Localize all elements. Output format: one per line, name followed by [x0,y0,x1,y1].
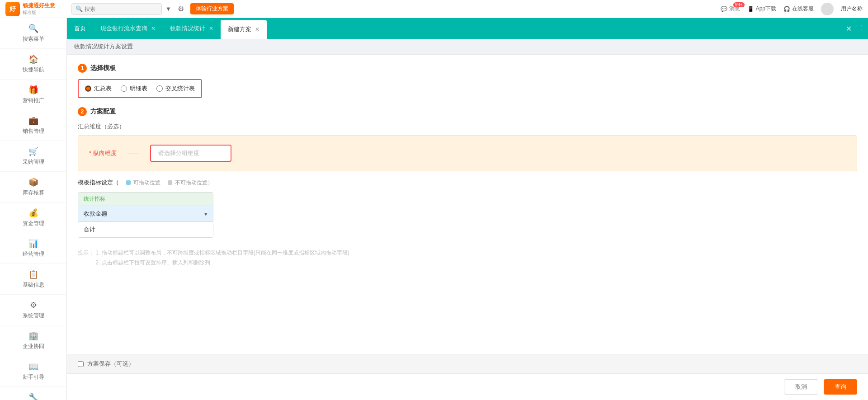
save-label: 方案保存（可选） [87,360,134,368]
trial-button[interactable]: 体验行业方案 [190,3,234,14]
sidebar-label-sales: 销售管理 [23,127,44,135]
sidebar-item-system[interactable]: ⚙ 系统管理 [0,295,66,325]
content-area: 首页 现金银行流水查询 ✕ 收款情况统计 ✕ 新建方案 ✕ ✕ ⛶ 收款情况统计… [67,18,868,400]
legend-fixed: 不可拖动位置） [168,179,213,187]
metrics-desc: 模板指标设定（ 可拖动位置 不可拖动位置） [78,179,857,187]
download-label: App下载 [756,5,776,13]
sidebar-label-search: 搜索菜单 [23,35,44,43]
radio-cross[interactable]: 交叉统计表 [156,85,195,93]
sidebar-item-marketing[interactable]: 🎁 营销推广 [0,80,66,110]
user-name[interactable]: 用户名称 [841,5,863,13]
service-button[interactable]: 🎧 在线客服 [783,5,814,13]
legend-draggable: 可拖动位置 [126,179,160,187]
breadcrumb: 收款情况统计方案设置 [67,39,868,55]
sidebar-label-finance: 资金管理 [23,220,44,227]
logo-text: 畅捷通好生意 [23,2,55,9]
tab-receipt[interactable]: 收款情况统计 ✕ [163,18,221,39]
sidebar-item-finance[interactable]: 💰 资金管理 [0,202,66,233]
inventory-icon: 📦 [28,177,38,187]
sidebar-item-enterprise[interactable]: 🏢 企业协同 [0,325,66,356]
tab-cashflow-label: 现金银行流水查询 [100,24,147,33]
step1-badge: 1 [78,64,87,73]
tab-newplan-label: 新建方案 [228,25,251,33]
radio-detail[interactable]: 明细表 [121,85,147,93]
dimension-arrow: —— [127,150,139,157]
step1-title: 选择模板 [90,64,116,72]
metrics-label: 模板指标设定（ [78,179,119,187]
marketing-icon: 🎁 [28,85,38,95]
management-icon: 📊 [28,239,38,249]
top-bar-right: 💬 消息 99+ 📱 App下载 🎧 在线客服 用户名称 [721,3,863,15]
save-checkbox[interactable] [78,361,84,367]
radio-summary-label: 汇总表 [94,85,112,93]
query-button[interactable]: 查询 [824,379,857,395]
system-icon: ⚙ [30,300,37,310]
sidebar-item-purchase[interactable]: 🛒 采购管理 [0,141,66,172]
search-menu-icon: 🔍 [28,24,38,33]
tip-line2: 2. 点击标题栏下拉可设置排序、插入列和删除列 [78,258,857,268]
basics-icon: 📋 [28,269,38,279]
search-icon: 🔍 [75,5,83,12]
tab-bar: 首页 现金银行流水查询 ✕ 收款情况统计 ✕ 新建方案 ✕ ✕ ⛶ [67,18,868,39]
metrics-cell-amount: 收款金额 ▾ [78,206,213,221]
dimension-area: 纵向维度 —— 请选择分组维度 [78,135,857,171]
metrics-cell-dropdown-icon[interactable]: ▾ [204,211,208,217]
edition-label: 标准版 [23,9,55,16]
sidebar-item-management[interactable]: 📊 经营管理 [0,233,66,264]
radio-summary[interactable]: 汇总表 [85,85,112,93]
tab-bar-actions: ✕ ⛶ [846,24,868,33]
radio-detail-input[interactable] [121,85,127,92]
sidebar-item-basics[interactable]: 📋 基础信息 [0,264,66,295]
page-content: 收款情况统计方案设置 1 选择模板 汇总表 [67,39,868,400]
radio-cross-input[interactable] [156,85,163,92]
tip-line1: 提示： 1. 拖动标题栏可以调整布局，不可跨维度或指标区域拖动栏目字段(只能在同… [78,248,857,258]
sidebar-item-hardware[interactable]: 🔧 智能硬件 [0,387,66,400]
tab-newplan[interactable]: 新建方案 ✕ [221,20,267,39]
template-selector: 汇总表 明细表 交叉统计表 [78,79,202,98]
tab-receipt-close[interactable]: ✕ [209,25,213,32]
tab-cashflow[interactable]: 现金银行流水查询 ✕ [93,18,163,39]
app-logo: 好 畅捷通好生意 标准版 [5,2,64,16]
draggable-dot [126,180,131,185]
top-bar: 好 畅捷通好生意 标准版 🔍 ▼ ⚙ 体验行业方案 💬 消息 99+ 📱 App… [0,0,868,18]
step2-title: 方案配置 [90,108,116,116]
settings-icon[interactable]: ⚙ [175,3,187,15]
footer-bar: 取消 查询 [67,373,868,400]
step2-section: 2 方案配置 汇总维度（必选） 纵向维度 —— 请选择分组维度 [78,107,857,268]
search-input[interactable] [85,6,158,12]
sidebar-label-home: 快捷导航 [23,66,44,74]
search-bar[interactable]: 🔍 [71,3,162,15]
message-badge: 99+ [733,2,745,7]
sidebar-item-guide[interactable]: 📖 新手引导 [0,356,66,387]
sidebar-label-enterprise: 企业协同 [23,343,44,350]
tab-home[interactable]: 首页 [67,18,93,39]
tab-newplan-close[interactable]: ✕ [255,26,259,33]
sidebar-label-management: 经营管理 [23,250,44,258]
tips-section: 提示： 1. 拖动标题栏可以调整布局，不可跨维度或指标区域拖动栏目字段(只能在同… [78,248,857,268]
sidebar-item-sales[interactable]: 💼 销售管理 [0,110,66,141]
user-avatar[interactable] [821,3,834,15]
guide-icon: 📖 [28,362,38,372]
cancel-button[interactable]: 取消 [784,379,818,395]
tab-cashflow-close[interactable]: ✕ [151,25,156,32]
tab-close-window-icon[interactable]: ✕ [846,24,852,33]
radio-detail-label: 明细表 [130,85,147,93]
sidebar-item-home[interactable]: 🏠 快捷导航 [0,49,66,80]
download-button[interactable]: 📱 App下载 [747,5,776,13]
tab-fullscreen-icon[interactable]: ⛶ [855,24,863,33]
dimension-selector[interactable]: 请选择分组维度 [150,145,231,162]
metrics-section: 模板指标设定（ 可拖动位置 不可拖动位置） [78,179,857,239]
sales-icon: 💼 [28,116,38,126]
message-button[interactable]: 💬 消息 99+ [721,5,740,13]
message-icon: 💬 [721,6,727,12]
step1-header: 1 选择模板 [78,64,857,73]
tab-home-label: 首页 [74,24,86,33]
metrics-table: 统计指标 收款金额 ▾ 合计 [78,192,213,238]
sidebar-item-search[interactable]: 🔍 搜索菜单 [0,18,66,49]
search-dropdown-icon[interactable]: ▼ [165,5,171,12]
radio-summary-input[interactable] [85,85,91,92]
step2-badge: 2 [78,107,87,116]
metrics-total: 合计 [78,221,213,237]
sidebar-label-basics: 基础信息 [23,281,44,289]
sidebar-item-inventory[interactable]: 📦 库存核算 [0,172,66,202]
